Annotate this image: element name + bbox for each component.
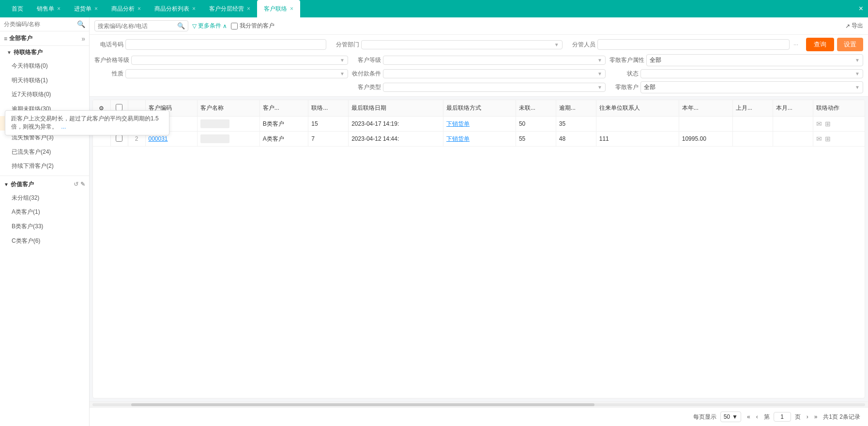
col-lastmethod-header[interactable]: 最后联络方式 (443, 100, 516, 117)
tooltip-more-link[interactable]: ... (61, 123, 66, 130)
prev-page-btn[interactable]: ‹ (754, 412, 760, 421)
row1-more-icon[interactable]: ⊞ (825, 120, 831, 128)
col-name-header[interactable]: 客户名称 (198, 100, 260, 117)
cust-level-select[interactable]: ▼ (383, 56, 606, 65)
sidebar-7day-pending[interactable]: 近7天待联络(0) (0, 88, 89, 102)
filter-row-3: 性质 ▼ 收付款条件 ▼ 状态 (94, 69, 863, 78)
col-contacts-header[interactable]: 联络... (308, 100, 349, 117)
col-uncontacted-header[interactable]: 未联... (516, 100, 556, 117)
cust-type-select[interactable]: ▼ (383, 83, 606, 92)
retail-attr-select[interactable]: 全部 ▼ (646, 54, 863, 66)
sidebar-class-c[interactable]: C类客户(6) (0, 234, 89, 249)
export-button[interactable]: ↗ 导出 (845, 22, 863, 30)
first-page-btn[interactable]: « (745, 412, 752, 421)
col-lastdate-header[interactable]: 最后联络日期 (349, 100, 443, 117)
last-page-btn[interactable]: » (812, 412, 820, 421)
filter-manager: 分管人员 ··· (566, 39, 798, 50)
filter-retail-attr: 零散客户属性 全部 ▼ (609, 54, 863, 66)
nav-customer-contact-close[interactable]: × (290, 5, 293, 12)
row1-message-icon[interactable]: ✉ (816, 120, 822, 128)
settings-button[interactable]: 设置 (837, 38, 863, 51)
sidebar-search-input[interactable] (4, 21, 77, 28)
filter-search-input[interactable] (98, 23, 175, 29)
nature-select[interactable]: ▼ (125, 69, 348, 78)
filter-search-icon[interactable]: 🔍 (177, 22, 185, 29)
collapse-sidebar-btn[interactable]: » (81, 35, 85, 43)
my-customers-checkbox[interactable] (231, 23, 238, 29)
cust-level-label: 客户等级 (352, 56, 381, 64)
sidebar-search-icon[interactable]: 🔍 (77, 20, 85, 28)
sidebar-all-customers[interactable]: ≡ 全部客户 » (0, 31, 89, 46)
price-level-select[interactable]: ▼ (131, 56, 348, 65)
nav-sales[interactable]: 销售单 × (30, 0, 67, 17)
sidebar: 🔍 ≡ 全部客户 » ▼ 待联络客户 今天待联络(0) 明天待联络(1) 近7天… (0, 17, 90, 426)
row2-select-checkbox[interactable] (116, 135, 122, 142)
tooltip-popup: 距客户上次交易时长，超过了此客户的平均交易周期的1.5倍，则视为异常。 ... (5, 110, 90, 135)
manager-ellipsis[interactable]: ··· (793, 41, 798, 48)
payment-label: 收付款条件 (352, 70, 381, 78)
sidebar-churned[interactable]: 已流失客户(24) (0, 145, 89, 160)
nav-product-list[interactable]: 商品分析列表 × (148, 0, 202, 17)
sidebar-declining[interactable]: 持续下滑客户(2) (0, 159, 89, 174)
page-input[interactable] (774, 412, 791, 422)
nav-purchase[interactable]: 进货单 × (67, 0, 105, 17)
phone-input[interactable] (125, 39, 326, 50)
sidebar-today-pending[interactable]: 今天待联络(0) (0, 59, 89, 73)
nav-customer-ops-close[interactable]: × (247, 5, 250, 12)
nav-home[interactable]: 首页 (5, 0, 30, 17)
sidebar-value-group[interactable]: ▼ 价值客户 ↺ ✎ (0, 178, 89, 191)
more-conditions-btn[interactable]: ▽ 更多条件 ∧ (192, 22, 227, 30)
select-all-checkbox[interactable] (116, 104, 122, 111)
sidebar-group-pending[interactable]: ▼ 待联络客户 (0, 46, 89, 59)
nav-sales-close[interactable]: × (57, 5, 61, 12)
edit-icon[interactable]: ✎ (80, 181, 85, 188)
row2-level: A类客户 (259, 132, 308, 147)
retail-cust-select[interactable]: 全部 ▼ (640, 81, 863, 93)
row1-lastmethod: 下销货单 (443, 117, 516, 132)
refresh-icon[interactable]: ↺ (74, 181, 78, 188)
row1-level: B类客户 (259, 117, 308, 132)
sidebar-unclassified[interactable]: 未分组(32) (0, 191, 89, 206)
filter-nature: 性质 ▼ (94, 69, 348, 78)
row2-lastmonth (732, 132, 773, 147)
row2-action: ✉ ⊞ (813, 132, 865, 147)
row2-more-icon[interactable]: ⊞ (825, 135, 831, 143)
filter-cust-type: 客户类型 ▼ (352, 83, 606, 92)
nav-product-analysis[interactable]: 商品分析 × (105, 0, 148, 17)
nav-purchase-close[interactable]: × (94, 5, 98, 12)
sidebar-divider (0, 176, 89, 176)
col-thisyear-header[interactable]: 本年... (679, 100, 732, 117)
col-overdue-header[interactable]: 逾期... (556, 100, 596, 117)
row1-uncontacted: 50 (516, 117, 556, 132)
filter-phone: 电话号码 (94, 39, 326, 50)
sidebar-class-b[interactable]: B类客户(33) (0, 220, 89, 234)
price-level-label: 客户价格等级 (94, 56, 129, 64)
manager-input[interactable] (597, 39, 790, 50)
status-select[interactable]: ▼ (640, 69, 863, 78)
nav-product-analysis-close[interactable]: × (137, 5, 141, 12)
nav-customer-ops[interactable]: 客户分层经营 × (202, 0, 257, 17)
per-page-select[interactable]: 50 ▼ (720, 411, 741, 422)
scrollbar-thumb[interactable] (131, 403, 595, 406)
close-all-tabs[interactable]: × (859, 4, 863, 13)
filter-status: 状态 ▼ (609, 69, 863, 78)
next-page-btn[interactable]: › (805, 412, 810, 421)
per-page-arrow: ▼ (732, 413, 738, 420)
col-unit-contacts-header[interactable]: 往来单位联系人 (596, 100, 679, 117)
row2-message-icon[interactable]: ✉ (816, 135, 822, 143)
filter-retail-cust: 零散客户 全部 ▼ (609, 81, 863, 93)
retail-attr-arrow: ▼ (855, 58, 860, 63)
col-thismonth-header[interactable]: 本月... (773, 100, 813, 117)
sidebar-class-a[interactable]: A类客户(1) (0, 205, 89, 220)
query-button[interactable]: 查询 (806, 38, 834, 51)
scrollbar-track (92, 403, 865, 406)
col-level-header[interactable]: 客户... (259, 100, 308, 117)
payment-select[interactable]: ▼ (383, 69, 606, 78)
dept-select[interactable]: ▼ (361, 40, 562, 49)
nav-customer-contact[interactable]: 客户联络 × (257, 0, 300, 17)
nav-product-list-close[interactable]: × (192, 5, 196, 12)
payment-arrow: ▼ (597, 71, 602, 76)
sidebar-tomorrow-pending[interactable]: 明天待联络(1) (0, 73, 89, 88)
horizontal-scrollbar[interactable] (90, 401, 868, 407)
col-lastmonth-header[interactable]: 上月... (732, 100, 773, 117)
